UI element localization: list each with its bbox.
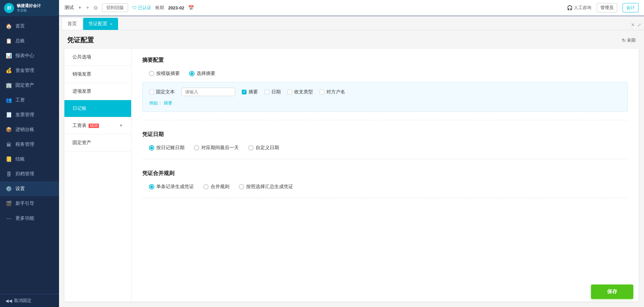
sidebar-item-tax[interactable]: 🏛 税务管理 xyxy=(0,137,59,152)
gear-icon[interactable]: ⚙ xyxy=(93,5,98,11)
checkbox-summary[interactable]: ✓ 摘要 xyxy=(242,89,258,95)
radio-by-selection[interactable]: 按照选择汇总生成凭证 xyxy=(239,184,293,190)
sidebar-item-close[interactable]: 📒 结账 xyxy=(0,152,59,167)
nav-item-journal[interactable]: 日记账 xyxy=(64,100,131,117)
sidebar-item-reports[interactable]: 📊 报表中心 xyxy=(0,48,59,63)
consult-btn[interactable]: 🎧 人工咨询 xyxy=(567,5,591,11)
app-logo-icon: 好 xyxy=(4,3,14,13)
voucher-date-title: 凭证日期 xyxy=(142,131,628,138)
config-right-content: 摘要配置 按模版摘要 xyxy=(131,49,639,302)
merge-rules-radio-group: 单条记录生成凭证 合并规则 按照选择汇总生成凭证 xyxy=(149,184,628,190)
tab-home[interactable]: 首页 xyxy=(62,17,83,30)
app-logo-text: 畅捷通好会计 xyxy=(17,3,41,8)
summary-config-section: 摘要配置 按模版摘要 xyxy=(142,57,628,120)
radio-journal-date-icon xyxy=(149,145,154,150)
checkbox-date-box xyxy=(265,90,269,94)
company-chevron-icon[interactable]: ▼ xyxy=(78,5,82,10)
role-btn[interactable]: 会计 xyxy=(623,3,639,12)
radio-select-summary[interactable]: 选择摘要 xyxy=(189,71,215,77)
home-icon: 🏠 xyxy=(5,23,12,29)
more-icon: ⋯ xyxy=(5,215,12,221)
sidebar-item-guide[interactable]: 🎬 新手引导 xyxy=(0,196,59,211)
config-left-nav: 公共选项 销项发票 进项发票 日记账 工资表 NEW ▼ 固定资产 xyxy=(64,49,131,302)
refresh-btn[interactable]: ↻ 刷新 xyxy=(622,37,636,43)
checkbox-fixed-text-box xyxy=(149,90,154,94)
tab-bar: 首页 凭证配置 × × ⤢ xyxy=(59,16,644,30)
radio-template-summary[interactable]: 按模版摘要 xyxy=(149,71,180,77)
checkbox-income-type-box xyxy=(287,90,292,94)
nav-item-purchase-invoice[interactable]: 进项发票 xyxy=(64,83,131,100)
checkbox-date[interactable]: 日期 xyxy=(265,89,281,95)
app-logo-badge: 专业版 xyxy=(17,8,41,12)
shield-icon: 🛡 xyxy=(132,5,137,10)
checkbox-counterpart[interactable]: 对方户名 xyxy=(320,89,345,95)
sidebar-item-ledger[interactable]: 📋 总账 xyxy=(0,34,59,48)
sidebar-item-invoice[interactable]: 🧾 发票管理 xyxy=(0,107,59,122)
page-title: 凭证配置 xyxy=(67,36,94,45)
radio-template-icon xyxy=(149,71,154,76)
sidebar-item-archive[interactable]: 🗄 归档管理 xyxy=(0,167,59,181)
sidebar-item-funds[interactable]: 💰 资金管理 xyxy=(0,63,59,78)
nav-item-fixed-assets[interactable]: 固定资产 xyxy=(64,134,131,151)
sidebar-item-trading[interactable]: 📦 进销台账 xyxy=(0,122,59,137)
radio-by-journal-date[interactable]: 按日记账日期 xyxy=(149,145,184,151)
settings-icon: ⚙️ xyxy=(5,186,12,192)
switch-old-btn[interactable]: 切到旧版 xyxy=(102,3,128,12)
checkbox-summary-box: ✓ xyxy=(242,90,247,94)
company-name: 测试 xyxy=(64,5,74,11)
radio-custom-date-icon xyxy=(248,145,254,150)
fixed-text-input[interactable] xyxy=(181,88,235,96)
invoice-icon: 🧾 xyxy=(5,112,12,118)
radio-by-selection-icon xyxy=(239,184,244,189)
radio-merge-rule-icon xyxy=(203,184,209,189)
sidebar-item-more[interactable]: ⋯ 更多功能 xyxy=(0,211,59,226)
ledger-icon: 📋 xyxy=(5,38,12,44)
radio-single-record[interactable]: 单条记录生成凭证 xyxy=(149,184,194,190)
unpin-btn[interactable]: ◀◀ 取消固定 xyxy=(0,294,59,307)
merge-rules-title: 凭证合并规则 xyxy=(142,170,628,177)
guide-icon: 🎬 xyxy=(5,201,12,207)
sidebar: 🏠 首页 📋 总账 📊 报表中心 💰 资金管理 🏢 固定资 xyxy=(0,16,59,307)
archive-icon: 🗄 xyxy=(5,171,12,177)
sidebar-item-home[interactable]: 🏠 首页 xyxy=(0,19,59,34)
radio-single-record-icon xyxy=(149,184,154,189)
page-content: 凭证配置 ↻ 刷新 公共选项 销项发票 进项发票 日记账 xyxy=(59,30,644,307)
certified-badge: 🛡 已认证 xyxy=(132,5,151,11)
tax-icon: 🏛 xyxy=(5,142,12,147)
sidebar-item-payroll[interactable]: 👥 工资 xyxy=(0,93,59,107)
radio-merge-rule[interactable]: 合并规则 xyxy=(203,184,229,190)
checkbox-income-type[interactable]: 收支类型 xyxy=(287,89,313,95)
radio-custom-date[interactable]: 自定义日期 xyxy=(248,145,279,151)
tab-close-icon[interactable]: × xyxy=(110,21,113,27)
checkbox-fixed-text[interactable]: 固定文本 xyxy=(149,89,175,95)
expand-icon[interactable]: ⤢ xyxy=(637,22,641,28)
chart-icon: 📊 xyxy=(5,53,12,59)
checkbox-counterpart-box xyxy=(320,90,324,94)
headset-icon: 🎧 xyxy=(567,5,573,10)
trading-icon: 📦 xyxy=(5,127,12,133)
manager-btn[interactable]: 管理员 xyxy=(597,3,617,12)
new-badge: NEW xyxy=(89,124,99,128)
sidebar-item-assets[interactable]: 🏢 固定资产 xyxy=(0,78,59,93)
nav-item-sales-invoice[interactable]: 销项发票 xyxy=(64,66,131,83)
close-window-icon[interactable]: × xyxy=(631,22,635,28)
voucher-date-section: 凭证日期 按日记账日期 xyxy=(142,131,628,159)
nav-item-public[interactable]: 公共选项 xyxy=(64,49,131,66)
save-button[interactable]: 保存 xyxy=(591,284,633,299)
tab-voucher-config[interactable]: 凭证配置 × xyxy=(83,18,118,30)
radio-last-day-period[interactable]: 对应期间最后一天 xyxy=(194,145,239,151)
example-value: 摘要 xyxy=(164,100,172,105)
refresh-icon: ↻ xyxy=(622,38,626,43)
add-icon[interactable]: + xyxy=(86,4,90,11)
pin-icon: ◀◀ xyxy=(5,298,12,303)
merge-rules-section: 凭证合并规则 单条记录生成凭证 xyxy=(142,170,628,198)
calendar-icon[interactable]: 📅 xyxy=(188,5,194,10)
radio-select-icon xyxy=(189,71,195,76)
close-books-icon: 📒 xyxy=(5,156,12,162)
voucher-date-radio-group: 按日记账日期 对应期间最后一天 自定义日期 xyxy=(149,145,628,151)
payroll-icon: 👥 xyxy=(5,97,12,103)
chevron-down-icon: ▼ xyxy=(119,123,123,128)
example-line: 例如： 摘要 xyxy=(149,100,621,106)
sidebar-item-settings[interactable]: ⚙️ 设置 xyxy=(0,181,59,196)
nav-item-payroll-table[interactable]: 工资表 NEW ▼ xyxy=(64,117,131,134)
